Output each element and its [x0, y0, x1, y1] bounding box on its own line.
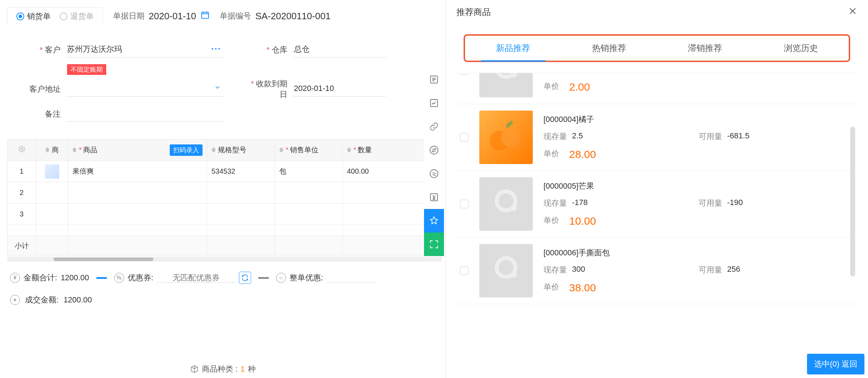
close-icon[interactable]: [848, 6, 857, 18]
addr-input[interactable]: [66, 82, 223, 97]
box-icon: [190, 364, 199, 374]
bill-no-value: SA-20200110-001: [255, 11, 331, 22]
account-period-badge: 不固定账期: [67, 64, 106, 75]
stock-value: 300: [572, 265, 585, 275]
product-thumb: [479, 73, 533, 97]
whole-discount-input[interactable]: [327, 273, 377, 283]
recommend-list[interactable]: 250ml现存量19952可用量19903单价2.00[0000004]橘子现存…: [456, 73, 857, 378]
tab-history[interactable]: 浏览历史: [753, 42, 849, 54]
reject-icon[interactable]: [424, 162, 444, 185]
svg-point-1: [21, 148, 23, 150]
avail-label: 可用量: [699, 265, 722, 275]
calendar-icon[interactable]: [200, 10, 210, 22]
price-label: 单价: [543, 148, 559, 160]
product-qty: 400.00: [343, 161, 386, 182]
product-unit: 包: [275, 161, 343, 182]
yen-icon: ¥: [10, 273, 20, 283]
amount-label: 金额合计:: [24, 272, 57, 283]
right-pane-title: 推荐商品: [456, 6, 491, 18]
customer-value: 苏州万达沃尔玛: [67, 44, 122, 55]
product-row[interactable]: 250ml现存量19952可用量19903单价2.00: [456, 73, 857, 104]
select-checkbox[interactable]: [460, 73, 469, 75]
col-unit[interactable]: *销售单位: [275, 139, 343, 160]
stock-label: 现存量: [543, 265, 567, 275]
product-image: [36, 161, 68, 182]
tab-new[interactable]: 新品推荐: [465, 42, 561, 54]
grid-settings[interactable]: [7, 139, 36, 160]
whole-discount-label: 整单优惠:: [290, 272, 323, 283]
radio-icon: [16, 12, 24, 20]
select-checkbox[interactable]: [460, 200, 469, 208]
avail-label: 可用量: [699, 198, 722, 209]
price-value: 10.00: [569, 215, 596, 227]
chart-icon[interactable]: [424, 91, 444, 115]
price-label: 单价: [543, 282, 559, 294]
avail-label: 可用量: [699, 73, 722, 75]
tab-sales[interactable]: 销货单: [16, 11, 51, 22]
tab-return-label: 退货单: [70, 11, 94, 22]
product-name: 果倍爽: [68, 161, 207, 182]
coupon-label: 优惠券:: [128, 272, 153, 283]
svg-point-10: [501, 128, 521, 147]
warehouse-input[interactable]: 总仓: [293, 42, 386, 57]
col-product[interactable]: *商品扫码录入: [68, 139, 207, 160]
col-qty[interactable]: *数量: [343, 139, 386, 160]
vertical-scrollbar[interactable]: [850, 127, 855, 276]
tab-hot[interactable]: 热销推荐: [561, 42, 657, 54]
product-row[interactable]: [0000006]手撕面包现存量300可用量256单价38.00: [456, 237, 857, 304]
price-value: 38.00: [569, 282, 596, 294]
list-icon[interactable]: [424, 68, 444, 91]
svg-point-5: [430, 170, 438, 178]
scan-button[interactable]: 扫码录入: [170, 144, 203, 156]
product-row[interactable]: [0000004]橘子现存量2.5可用量-681.5单价28.00: [456, 104, 857, 171]
remark-input[interactable]: [66, 107, 223, 122]
star-icon[interactable]: [424, 209, 444, 233]
chevron-down-icon[interactable]: [214, 84, 221, 93]
currency-icon[interactable]: [424, 185, 444, 209]
selected-return-button[interactable]: 选中(0) 返回: [807, 354, 864, 374]
avail-value: -681.5: [727, 131, 749, 142]
refresh-button[interactable]: [239, 272, 251, 284]
table-row[interactable]: 3: [7, 204, 441, 225]
warehouse-label: 仓库: [245, 45, 287, 55]
amount-value: 1200.00: [61, 273, 89, 282]
product-spec: 534532: [207, 161, 275, 182]
recommend-tabs: 新品推荐 热销推荐 滞销推荐 浏览历史: [464, 34, 850, 62]
table-row[interactable]: 2: [7, 182, 441, 204]
select-checkbox[interactable]: [460, 133, 469, 142]
bill-date-value[interactable]: 2020-01-10: [149, 11, 196, 22]
tab-slow[interactable]: 滞销推荐: [657, 42, 753, 54]
items-grid: 商 *商品扫码录入 规格型号 *销售单位 *数量 1 果倍爽 534532 包 …: [7, 139, 442, 256]
due-label: 收款到期日: [245, 78, 287, 100]
svg-point-14: [511, 271, 517, 278]
more-icon[interactable]: ···: [211, 44, 221, 55]
coupon-input[interactable]: [157, 273, 235, 283]
stock-value: -178: [572, 198, 588, 209]
svg-point-4: [430, 146, 438, 154]
table-row[interactable]: 1 果倍爽 534532 包 400.00: [7, 161, 441, 182]
stock-value: 19952: [572, 73, 594, 75]
col-image[interactable]: 商: [36, 139, 68, 160]
expand-icon[interactable]: [424, 233, 444, 256]
radio-icon: [60, 12, 67, 20]
link-icon[interactable]: [424, 115, 444, 138]
select-checkbox[interactable]: [460, 266, 469, 275]
product-title: [0000006]手撕面包: [543, 247, 854, 258]
stock-label: 现存量: [543, 198, 567, 209]
avail-value: 19903: [727, 73, 749, 75]
bill-type-tabs: 销货单 退货单: [7, 7, 103, 25]
horizontal-scrollbar[interactable]: [7, 257, 442, 262]
col-spec[interactable]: 规格型号: [207, 139, 275, 160]
exchange-icon[interactable]: [424, 138, 444, 162]
svg-rect-0: [201, 12, 209, 18]
product-thumb: [479, 244, 533, 297]
table-row[interactable]: [7, 225, 441, 236]
tab-sales-label: 销货单: [27, 11, 51, 22]
product-title: [0000004]橘子: [543, 114, 854, 125]
side-toolbar: [424, 68, 445, 256]
customer-input[interactable]: 苏州万达沃尔玛 ···: [66, 42, 223, 57]
product-row[interactable]: [0000005]芒果现存量-178可用量-190单价10.00: [456, 171, 857, 237]
subtotal-label: 小计: [7, 236, 36, 256]
due-input[interactable]: 2020-01-10: [293, 82, 386, 97]
tab-return[interactable]: 退货单: [60, 11, 94, 22]
